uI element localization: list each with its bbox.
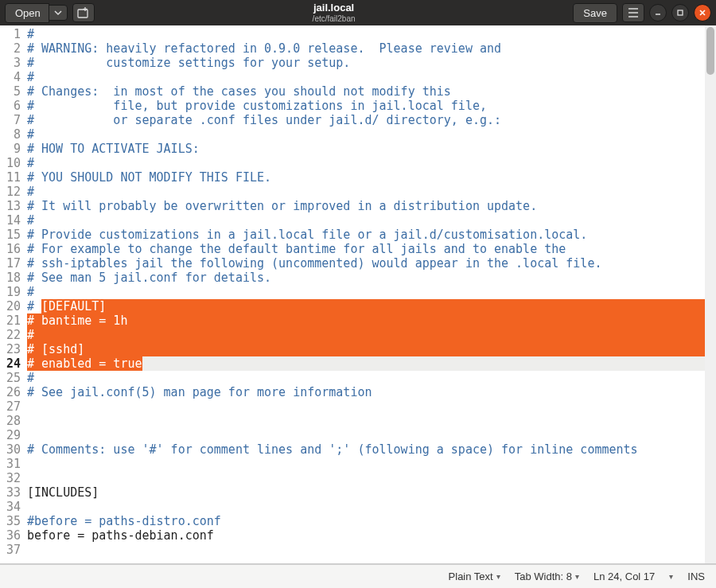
- hamburger-menu-button[interactable]: [622, 3, 644, 22]
- line-number: 22: [0, 328, 21, 342]
- code-line[interactable]: #: [27, 127, 716, 142]
- line-number: 1: [0, 27, 21, 41]
- line-number: 24: [0, 356, 21, 371]
- chevron-down-icon: ▾: [669, 572, 673, 581]
- line-number: 31: [0, 457, 21, 471]
- svg-rect-0: [78, 10, 88, 18]
- insert-mode-toggle[interactable]: INS: [687, 570, 705, 582]
- code-line[interactable]: [27, 500, 716, 514]
- code-line[interactable]: # See jail.conf(5) man page for more inf…: [27, 385, 716, 399]
- code-line[interactable]: before = paths-debian.conf: [27, 528, 716, 543]
- window-minimize-button[interactable]: [649, 4, 667, 21]
- line-number: 7: [0, 113, 21, 127]
- line-number: 21: [0, 313, 21, 328]
- code-line[interactable]: # customize settings for your setup.: [27, 56, 716, 70]
- code-line[interactable]: # Changes: in most of the cases you shou…: [27, 84, 716, 99]
- document-path: /etc/fail2ban: [98, 14, 570, 23]
- insert-mode-label: INS: [687, 570, 705, 582]
- code-line[interactable]: [27, 428, 716, 442]
- chevron-down-icon: [54, 9, 62, 17]
- line-number: 14: [0, 213, 21, 228]
- code-line[interactable]: # [sshd]: [27, 342, 716, 356]
- line-number: 27: [0, 399, 21, 414]
- code-line[interactable]: [27, 457, 716, 471]
- minimize-icon: [654, 9, 662, 17]
- line-number: 17: [0, 256, 21, 271]
- code-line[interactable]: # WARNING: heavily refactored in 0.9.0 r…: [27, 41, 716, 56]
- line-number: 8: [0, 127, 21, 142]
- chevron-down-icon: ▾: [575, 572, 579, 581]
- new-document-button[interactable]: [72, 3, 95, 22]
- headerbar-right: Save: [573, 3, 711, 23]
- code-line[interactable]: [27, 414, 716, 428]
- line-number: 34: [0, 500, 21, 514]
- new-tab-icon: [77, 7, 90, 18]
- code-line[interactable]: #: [27, 285, 716, 299]
- open-button[interactable]: Open: [5, 3, 49, 23]
- code-line[interactable]: # or separate .conf files under jail.d/ …: [27, 113, 716, 127]
- code-line[interactable]: # See man 5 jail.conf for details.: [27, 271, 716, 285]
- tab-width-selector[interactable]: Tab Width: 8 ▾: [515, 570, 579, 582]
- cursor-position[interactable]: Ln 24, Col 17: [593, 570, 655, 582]
- code-line[interactable]: [INCLUDES]: [27, 485, 716, 500]
- line-number: 4: [0, 70, 21, 84]
- maximize-icon: [676, 9, 684, 17]
- code-line[interactable]: # YOU SHOULD NOT MODIFY THIS FILE.: [27, 170, 716, 185]
- line-number: 33: [0, 485, 21, 500]
- editor-area[interactable]: 1234567891011121314151617181920212223242…: [0, 25, 716, 564]
- vertical-scrollbar[interactable]: [705, 25, 716, 563]
- statusbar: Plain Text ▾ Tab Width: 8 ▾ Ln 24, Col 1…: [0, 564, 716, 588]
- code-line[interactable]: [27, 471, 716, 485]
- code-line[interactable]: # Provide customizations in a jail.local…: [27, 228, 716, 242]
- document-title: jail.local: [98, 2, 570, 14]
- line-number: 10: [0, 156, 21, 170]
- code-line[interactable]: #: [27, 27, 716, 41]
- scrollbar-thumb[interactable]: [706, 27, 714, 75]
- code-line[interactable]: [27, 399, 716, 414]
- code-line[interactable]: # enabled = true: [27, 356, 716, 371]
- hamburger-icon: [628, 8, 639, 18]
- line-number: 15: [0, 228, 21, 242]
- code-line[interactable]: #: [27, 328, 716, 342]
- line-number: 11: [0, 170, 21, 185]
- headerbar-title-area: jail.local /etc/fail2ban: [98, 2, 570, 22]
- close-icon: [698, 9, 706, 17]
- open-recent-dropdown[interactable]: [49, 5, 68, 21]
- code-line[interactable]: # [DEFAULT]: [27, 299, 716, 313]
- line-number: 6: [0, 99, 21, 113]
- code-line[interactable]: # It will probably be overwritten or imp…: [27, 199, 716, 213]
- save-button[interactable]: Save: [573, 3, 617, 23]
- window-maximize-button[interactable]: [671, 4, 689, 21]
- chevron-down-icon: ▾: [496, 572, 500, 581]
- code-line[interactable]: #: [27, 70, 716, 84]
- line-number: 3: [0, 56, 21, 70]
- line-number: 18: [0, 271, 21, 285]
- code-line[interactable]: # bantime = 1h: [27, 313, 716, 328]
- code-line[interactable]: # For example to change the default bant…: [27, 242, 716, 256]
- line-number: 19: [0, 285, 21, 299]
- line-number: 2: [0, 41, 21, 56]
- code-line[interactable]: # ssh-iptables jail the following (uncom…: [27, 256, 716, 271]
- code-line[interactable]: [27, 543, 716, 557]
- line-number: 12: [0, 185, 21, 199]
- code-line[interactable]: # file, but provide customizations in ja…: [27, 99, 716, 113]
- tab-width-label: Tab Width: 8: [515, 570, 572, 582]
- syntax-selector[interactable]: Plain Text ▾: [449, 570, 500, 582]
- text-content[interactable]: ## WARNING: heavily refactored in 0.9.0 …: [24, 25, 716, 563]
- line-number: 20: [0, 299, 21, 313]
- code-line[interactable]: #before = paths-distro.conf: [27, 514, 716, 528]
- code-line[interactable]: # HOW TO ACTIVATE JAILS:: [27, 142, 716, 156]
- line-number: 25: [0, 371, 21, 385]
- code-line[interactable]: #: [27, 185, 716, 199]
- syntax-label: Plain Text: [449, 570, 493, 582]
- code-line[interactable]: #: [27, 371, 716, 385]
- line-number: 32: [0, 471, 21, 485]
- headerbar: Open jail.local /etc/fail2ban Save: [0, 0, 716, 25]
- line-number: 28: [0, 414, 21, 428]
- cursor-position-label: Ln 24, Col 17: [593, 570, 655, 582]
- code-line[interactable]: #: [27, 156, 716, 170]
- code-line[interactable]: #: [27, 213, 716, 228]
- code-line[interactable]: # Comments: use '#' for comment lines an…: [27, 442, 716, 457]
- svg-rect-1: [678, 10, 683, 15]
- window-close-button[interactable]: [694, 4, 711, 21]
